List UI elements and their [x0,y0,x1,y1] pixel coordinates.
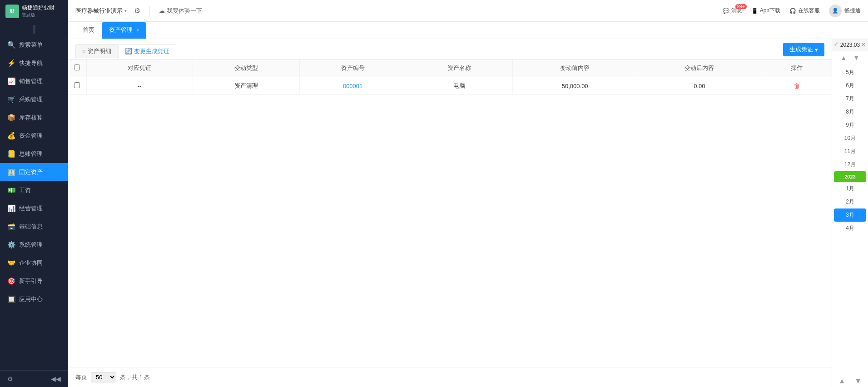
scroll-indicator [33,25,35,34]
message-badge: 99+ [735,4,747,9]
month-12-2022[interactable]: 12月 [832,158,868,171]
date-nav-up-icon[interactable]: ▲ [838,377,846,385]
close-tab-icon[interactable]: × [136,28,139,33]
purchase-icon: 🛒 [7,95,15,104]
per-page-select[interactable]: 50 10 20 100 [91,372,116,382]
month-7-2022[interactable]: 7月 [832,92,868,105]
sidebar-item-purchase[interactable]: 🛒 采购管理 [0,90,68,109]
sidebar-item-system[interactable]: ⚙️ 系统管理 [0,236,68,254]
expand-icon[interactable]: ⤢ [834,41,838,47]
topbar: 医疗器械行业演示 ▾ ⚙ ☁ 我要体验一下 💬 消息 99+ 📱 App下载 🎧… [68,0,868,22]
row-change-type: 资产清理 [193,77,300,95]
sidebar-item-search[interactable]: 🔍 搜索菜单 [0,36,68,54]
operation-icon: 📊 [7,204,15,213]
table-header-row: 对应凭证 变动类型 资产编号 资产名称 变动前内容 变动后内容 操作 [68,60,832,77]
month-8-2022[interactable]: 8月 [832,105,868,119]
th-voucher: 对应凭证 [86,60,193,77]
month-6-2022[interactable]: 6月 [832,79,868,92]
table-wrap: 对应凭证 变动类型 资产编号 资产名称 变动前内容 变动后内容 操作 [68,60,832,367]
app-version: 普及版 [22,12,55,18]
change-icon: 🔄 [125,48,132,55]
month-5-2022[interactable]: 5月 [832,66,868,79]
sidebar-item-enterprise[interactable]: 🤝 企业协同 [0,254,68,272]
ledger-icon: 📒 [7,150,15,158]
sidebar-item-inventory[interactable]: 📦 库存核算 [0,109,68,127]
row-asset-name: 电脑 [406,77,513,95]
year-2023-label[interactable]: 2023 [834,171,866,182]
th-asset-code: 资产编号 [299,60,406,77]
chevron-down-icon: ▾ [124,8,127,13]
sidebar-item-sales[interactable]: 📈 销售管理 [0,72,68,90]
tab-home[interactable]: 首页 [75,22,102,39]
payroll-icon: 💵 [7,186,15,194]
date-header: 2023.03 [840,42,860,48]
delete-icon[interactable]: 🗑 [794,82,800,89]
avatar: 👤 [829,5,842,17]
app-name: 畅捷通好业财 [22,5,55,12]
date-prev-icon[interactable]: ▲ [839,53,848,62]
logo-icon: 财 [5,5,19,18]
list-icon: ≡ [82,48,86,55]
collapse-icon[interactable]: ◀◀ [51,375,61,382]
close-date-sidebar-icon[interactable]: ✕ [861,41,866,48]
generate-voucher-button[interactable]: 生成凭证 ▾ [783,43,824,56]
month-9-2022[interactable]: 9月 [832,119,868,132]
sidebar-item-guide[interactable]: 🎯 新手引导 [0,272,68,290]
tab-asset-management[interactable]: 资产管理 × [102,22,146,39]
subtab-change-voucher[interactable]: 🔄 变更生成凭证 [118,44,176,59]
fund-icon: 💰 [7,132,15,140]
month-4-2023[interactable]: 4月 [832,222,868,235]
row-after-change: 0.00 [637,77,762,95]
sidebar-item-operation[interactable]: 📊 经营管理 [0,199,68,218]
feedback-button[interactable]: ☁ 我要体验一下 [159,7,202,15]
month-3-2023[interactable]: 3月 [834,208,866,222]
user-profile[interactable]: 👤 畅捷通 [829,5,861,17]
date-next-icon[interactable]: ▼ [852,53,861,62]
settings-gear-icon[interactable]: ⚙ [134,6,140,15]
feedback-icon: ☁ [159,7,165,14]
date-nav: ▲ ▼ [832,51,868,64]
content-area: ≡ 资产明细 🔄 变更生成凭证 生成凭证 ▾ [68,39,868,387]
month-10-2022[interactable]: 10月 [832,132,868,145]
date-sidebar: ⤢ 2023.03 ✕ ▲ ▼ 5月 6月 7月 8月 9月 10月 11月 1… [832,39,868,387]
date-nav-down-icon[interactable]: ▼ [854,377,862,385]
select-all-checkbox[interactable] [74,64,80,70]
pagination: 每页 50 10 20 100 条，共 1 条 [68,367,832,387]
app-download-button[interactable]: 📱 App下载 [751,7,780,15]
subtab-bar: ≡ 资产明细 🔄 变更生成凭证 生成凭证 ▾ [68,39,832,60]
sidebar-item-quick-nav[interactable]: ⚡ 快捷导航 [0,54,68,72]
month-1-2023[interactable]: 1月 [832,182,868,195]
sales-icon: 📈 [7,77,15,85]
system-icon: ⚙️ [7,241,15,249]
sidebar-item-fund[interactable]: 💰 资金管理 [0,127,68,145]
quick-nav-icon: ⚡ [7,59,15,67]
row-action: 🗑 [762,77,832,95]
month-11-2022[interactable]: 11月 [832,145,868,158]
inventory-icon: 📦 [7,114,15,122]
main-area: 医疗器械行业演示 ▾ ⚙ ☁ 我要体验一下 💬 消息 99+ 📱 App下载 🎧… [68,0,868,387]
sidebar-item-app-center[interactable]: 🔲 应用中心 [0,290,68,308]
date-list: 5月 6月 7月 8月 9月 10月 11月 12月 2023 1月 2月 3月… [832,64,868,375]
company-selector[interactable]: 医疗器械行业演示 ▾ [75,7,127,15]
customer-service-button[interactable]: 🎧 在线客服 [789,7,820,15]
customer-service-icon: 🎧 [789,8,796,14]
th-action: 操作 [762,60,832,77]
th-asset-name: 资产名称 [406,60,513,77]
company-name: 医疗器械行业演示 [75,7,123,15]
row-checkbox[interactable] [74,82,80,88]
subtab-asset-detail[interactable]: ≡ 资产明细 [75,44,118,58]
enterprise-icon: 🤝 [7,259,15,267]
sidebar-item-payroll[interactable]: 💵 工资 [0,181,68,199]
sidebar-logo: 财 畅捷通好业财 普及版 [0,0,68,23]
search-icon: 🔍 [7,41,15,49]
row-before-change: 50,000.00 [513,77,637,95]
per-page-label: 每页 [75,373,87,382]
sidebar-menu: 🔍 搜索菜单 ⚡ 快捷导航 📈 销售管理 🛒 采购管理 📦 库存核算 💰 资金管… [0,36,68,370]
sidebar-item-ledger[interactable]: 📒 总账管理 [0,145,68,163]
app-center-icon: 🔲 [7,295,15,303]
settings-icon[interactable]: ⚙ [7,375,13,382]
message-button[interactable]: 💬 消息 99+ [723,7,742,15]
month-2-2023[interactable]: 2月 [832,195,868,208]
sidebar-item-fixed-assets[interactable]: 🏢 固定资产 [0,163,68,181]
sidebar-item-basic-info[interactable]: 🗃️ 基础信息 [0,218,68,236]
